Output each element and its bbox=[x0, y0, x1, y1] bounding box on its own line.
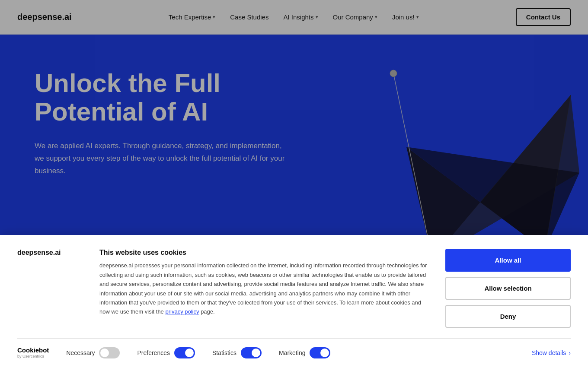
toggle-preferences: Preferences bbox=[137, 347, 195, 358]
toggle-necessary: Necessary bbox=[66, 347, 120, 358]
cookie-content: This website uses cookies deepsense.ai p… bbox=[99, 249, 428, 317]
cookie-banner: deepsense.ai This website uses cookies d… bbox=[0, 235, 588, 371]
cookiebot-logo: Cookiebot by Usercentrics bbox=[17, 346, 49, 359]
allow-all-button[interactable]: Allow all bbox=[445, 249, 571, 272]
toggle-preferences-switch[interactable] bbox=[174, 347, 195, 358]
cookie-footer: Cookiebot by Usercentrics Necessary Pref… bbox=[17, 338, 571, 359]
cookie-main: deepsense.ai This website uses cookies d… bbox=[17, 249, 571, 328]
privacy-policy-link[interactable]: privacy policy bbox=[165, 308, 199, 315]
toggle-statistics-switch[interactable] bbox=[241, 347, 262, 358]
toggle-marketing: Marketing bbox=[279, 347, 330, 358]
cookie-title: This website uses cookies bbox=[99, 249, 428, 257]
allow-selection-button[interactable]: Allow selection bbox=[445, 277, 571, 300]
toggle-marketing-switch[interactable] bbox=[310, 347, 330, 358]
cookie-logo-area: deepsense.ai bbox=[17, 249, 82, 257]
toggle-necessary-switch[interactable] bbox=[99, 347, 120, 358]
cookie-overlay: deepsense.ai This website uses cookies d… bbox=[0, 0, 588, 371]
toggle-statistics: Statistics bbox=[212, 347, 262, 358]
cookie-buttons: Allow all Allow selection Deny bbox=[445, 249, 571, 328]
chevron-right-icon: › bbox=[569, 349, 571, 356]
cookie-site-logo: deepsense.ai bbox=[17, 249, 61, 257]
show-details-link[interactable]: Show details › bbox=[532, 349, 571, 356]
deny-button[interactable]: Deny bbox=[445, 305, 571, 328]
cookie-body: deepsense.ai processes your personal inf… bbox=[99, 261, 428, 317]
